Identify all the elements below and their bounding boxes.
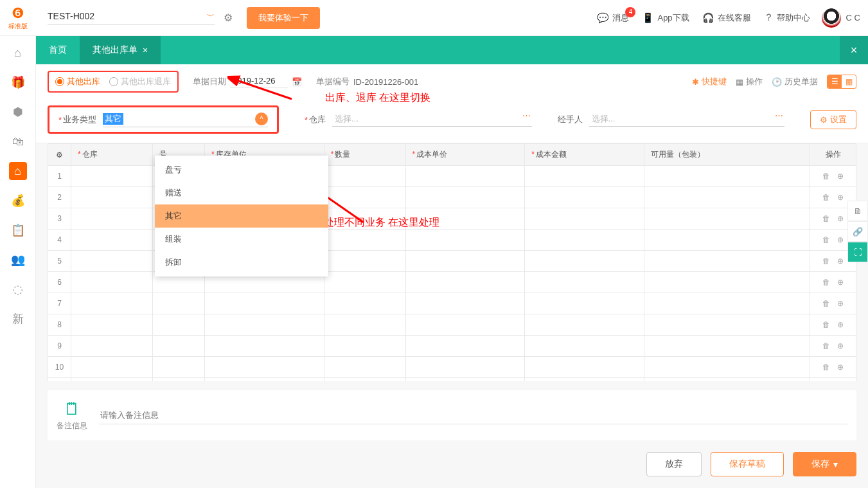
cell[interactable] (644, 357, 810, 378)
cell[interactable] (644, 378, 810, 382)
radio-outbound[interactable]: 其他出库 (55, 76, 100, 87)
remark-input[interactable] (99, 406, 847, 424)
save-button[interactable]: 保存 ▾ (793, 452, 856, 476)
delete-icon[interactable]: 🗑 (821, 341, 831, 350)
note-rail-icon[interactable]: 🗎 (847, 201, 868, 221)
cell[interactable] (204, 357, 324, 378)
chevron-up-icon[interactable]: ＾ (255, 113, 268, 125)
dropdown-item[interactable]: 拆卸 (155, 251, 328, 274)
tab-other-outbound[interactable]: 其他出库单 × (80, 36, 161, 64)
nav-new-icon[interactable]: 新 (9, 310, 27, 328)
cell[interactable] (152, 336, 204, 357)
cell[interactable] (405, 208, 525, 230)
cell[interactable] (405, 187, 525, 208)
operate-button[interactable]: ▦操作 (736, 76, 763, 87)
view-toggle[interactable]: ☰ ▦ (827, 75, 856, 89)
more-icon[interactable]: ⋯ (522, 111, 532, 120)
add-icon[interactable]: ⊕ (835, 299, 846, 308)
close-icon[interactable]: × (143, 45, 148, 55)
nav-home-icon[interactable]: ⌂ (9, 44, 27, 62)
app-selector[interactable]: TEST-H002 ﹀ (48, 11, 215, 25)
close-all-tabs[interactable]: × (840, 36, 868, 64)
grid-view-icon[interactable]: ▦ (842, 75, 856, 88)
cell[interactable] (525, 251, 644, 272)
add-icon[interactable]: ⊕ (835, 363, 846, 372)
cell[interactable] (324, 293, 405, 314)
cell[interactable] (644, 251, 810, 272)
cell[interactable] (525, 336, 644, 357)
cell[interactable] (204, 314, 324, 336)
cell[interactable] (405, 357, 525, 378)
cell[interactable] (324, 378, 405, 382)
cell[interactable] (71, 293, 153, 314)
cell[interactable] (405, 272, 525, 293)
more-icon[interactable]: ⋯ (775, 111, 784, 120)
experience-button[interactable]: 我要体验一下 (247, 7, 320, 29)
warehouse-field[interactable]: * 仓库 选择...⋯ (305, 113, 532, 127)
cell[interactable] (644, 336, 810, 357)
gear-icon[interactable]: ⚙ (224, 12, 233, 24)
cell[interactable] (71, 314, 153, 336)
avatar[interactable] (822, 8, 841, 28)
calendar-icon[interactable]: 📅 (292, 77, 302, 87)
delete-icon[interactable]: 🗑 (821, 363, 831, 372)
cell[interactable] (152, 314, 204, 336)
delete-icon[interactable]: 🗑 (821, 235, 831, 244)
cell[interactable] (644, 208, 810, 230)
biz-input[interactable]: 其它 ＾ (103, 113, 268, 127)
cell[interactable] (152, 378, 204, 382)
cell[interactable] (644, 166, 810, 187)
nav-bag-icon[interactable]: 🛍 (9, 132, 27, 150)
delete-icon[interactable]: 🗑 (821, 278, 831, 287)
add-icon[interactable]: ⊕ (835, 172, 846, 181)
dropdown-item[interactable]: 盘亏 (155, 158, 328, 181)
delete-icon[interactable]: 🗑 (821, 299, 831, 308)
delete-icon[interactable]: 🗑 (821, 214, 831, 223)
add-icon[interactable]: ⊕ (835, 257, 846, 266)
cell[interactable] (71, 251, 153, 272)
handler-field[interactable]: 经手人 选择...⋯ (558, 113, 785, 127)
nav-people-icon[interactable]: 👥 (9, 251, 27, 269)
cell[interactable] (324, 357, 405, 378)
shortcut-button[interactable]: ✱快捷键 (692, 76, 727, 87)
business-type-field[interactable]: * 业务类型 其它 ＾ (48, 105, 279, 134)
dropdown-item[interactable]: 赠送 (155, 181, 328, 204)
cell[interactable] (324, 336, 405, 357)
cell[interactable] (71, 336, 153, 357)
history-button[interactable]: 🕑历史单据 (772, 76, 818, 87)
cell[interactable] (71, 378, 153, 382)
cell[interactable] (525, 314, 644, 336)
help-center-button[interactable]: ？ 帮助中心 (764, 12, 810, 24)
cell[interactable] (71, 357, 153, 378)
cell[interactable] (525, 208, 644, 230)
cell[interactable] (324, 166, 405, 187)
expand-rail-icon[interactable]: ⛶ (847, 242, 868, 262)
radio-return[interactable]: 其他出库退库 (109, 76, 171, 87)
link-rail-icon[interactable]: 🔗 (847, 221, 868, 242)
cell[interactable] (324, 187, 405, 208)
cell[interactable] (644, 314, 810, 336)
add-icon[interactable]: ⊕ (835, 341, 846, 350)
cell[interactable] (324, 251, 405, 272)
cell[interactable] (525, 272, 644, 293)
nav-refresh-icon[interactable]: ◌ (9, 280, 27, 298)
cell[interactable] (204, 336, 324, 357)
cell[interactable] (324, 230, 405, 251)
cell[interactable] (71, 166, 153, 187)
add-icon[interactable]: ⊕ (835, 278, 846, 287)
tab-home[interactable]: 首页 (36, 36, 80, 64)
delete-icon[interactable]: 🗑 (821, 193, 831, 202)
app-download-button[interactable]: 📱 App下载 (642, 12, 689, 24)
save-draft-button[interactable]: 保存草稿 (711, 452, 784, 476)
add-icon[interactable]: ⊕ (835, 193, 846, 202)
cell[interactable] (324, 272, 405, 293)
nav-warehouse-icon[interactable]: ⌂ (9, 162, 27, 180)
cell[interactable] (405, 251, 525, 272)
cell[interactable] (525, 187, 644, 208)
dropdown-item[interactable]: 组装 (155, 228, 328, 251)
delete-icon[interactable]: 🗑 (821, 257, 831, 266)
cell[interactable] (324, 314, 405, 336)
cell[interactable] (644, 230, 810, 251)
cell[interactable] (525, 230, 644, 251)
messages-button[interactable]: 💬 消息 4 (597, 12, 629, 24)
